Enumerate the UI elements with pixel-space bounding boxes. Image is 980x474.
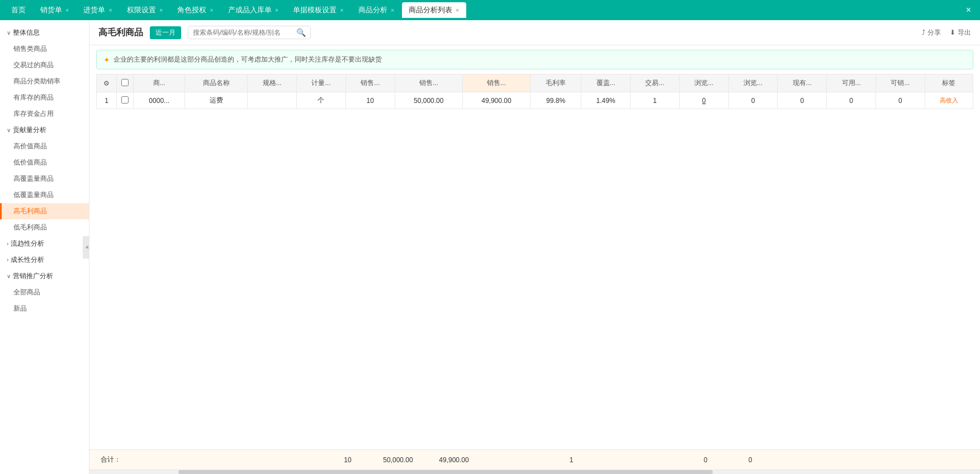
col-spec[interactable]: 规格... bbox=[248, 74, 297, 92]
row-checkbox[interactable] bbox=[117, 92, 134, 109]
nav-tab-home[interactable]: 首页 bbox=[4, 2, 32, 18]
sidebar-item-stock-capital[interactable]: 库存资金占用 bbox=[0, 106, 89, 122]
close-icon[interactable]: × bbox=[456, 7, 459, 13]
col-sales-qty[interactable]: 销售... bbox=[345, 74, 395, 92]
sidebar-item-high-coverage[interactable]: 高覆盖量商品 bbox=[0, 171, 89, 187]
row-spec bbox=[248, 92, 297, 109]
tip-icon: ✦ bbox=[103, 55, 110, 64]
search-box: 🔍 bbox=[188, 26, 311, 39]
sidebar-section-marketing[interactable]: ∨ 营销推广分析 bbox=[0, 268, 89, 284]
row-code: 0000... bbox=[134, 92, 185, 109]
row-browse2: 0 bbox=[728, 92, 778, 109]
nav-tab-permissions[interactable]: 权限设置 × bbox=[120, 2, 169, 18]
nav-tab-template[interactable]: 单据模板设置 × bbox=[286, 2, 350, 18]
sidebar-section-contribution[interactable]: ∨ 贡献量分析 bbox=[0, 122, 89, 138]
close-icon[interactable]: × bbox=[159, 7, 163, 13]
sidebar-item-category-rate[interactable]: 商品分类助销率 bbox=[0, 73, 89, 90]
nav-tab-sales[interactable]: 销货单 × bbox=[34, 2, 75, 18]
col-unit[interactable]: 计量... bbox=[297, 74, 346, 92]
sidebar-item-new-products[interactable]: 新品 bbox=[0, 301, 89, 317]
footer-totals: 合计： 10 50,000.00 49,900.00 1 0 0 bbox=[89, 449, 980, 470]
sidebar-item-high-margin[interactable]: 高毛利商品 bbox=[0, 203, 89, 219]
share-icon: ⤴ bbox=[922, 29, 925, 36]
close-icon[interactable]: × bbox=[108, 7, 112, 13]
footer-current-stock: 0 bbox=[683, 456, 728, 464]
chevron-down-icon: ∨ bbox=[7, 127, 11, 133]
sidebar-section-growth[interactable]: › 成长性分析 bbox=[0, 252, 89, 268]
sidebar-collapse-button[interactable]: « bbox=[83, 236, 89, 259]
nav-tab-product-analysis-list[interactable]: 商品分析列表 × bbox=[402, 2, 466, 18]
col-sales-amount[interactable]: 销售... bbox=[395, 74, 462, 92]
sidebar-item-stocked-products[interactable]: 有库存的商品 bbox=[0, 90, 89, 106]
close-icon[interactable]: × bbox=[340, 7, 343, 13]
sidebar-item-low-value[interactable]: 低价值商品 bbox=[0, 154, 89, 171]
close-all-tabs-button[interactable]: × bbox=[962, 3, 976, 17]
row-name: 运费 bbox=[185, 92, 248, 109]
nav-tab-product-analysis[interactable]: 商品分析 × bbox=[352, 2, 401, 18]
select-all-checkbox[interactable] bbox=[121, 79, 129, 86]
col-available-stock[interactable]: 可用... bbox=[827, 74, 876, 92]
sidebar-section-trend[interactable]: › 流趋性分析 bbox=[0, 236, 89, 252]
sidebar-item-low-coverage[interactable]: 低覆盖量商品 bbox=[0, 187, 89, 203]
sidebar-item-traded-products[interactable]: 交易过的商品 bbox=[0, 57, 89, 73]
row-tag: 高收入 bbox=[925, 92, 973, 109]
page-title: 高毛利商品 bbox=[98, 27, 143, 39]
sidebar-item-all-products[interactable]: 全部商品 bbox=[0, 284, 89, 301]
col-sellable-stock[interactable]: 可销... bbox=[876, 74, 925, 92]
footer-label: 合计： bbox=[96, 455, 141, 464]
main-layout: ∨ 整体信息 销售类商品 交易过的商品 商品分类助销率 有库存的商品 库存资金占… bbox=[0, 20, 980, 474]
row-trade: 1 bbox=[631, 92, 680, 109]
chevron-down-icon: ∨ bbox=[7, 273, 11, 279]
data-table: ⚙ 商... 商品名称 规格... 计量... 销售... 销售... 销售..… bbox=[96, 74, 973, 109]
sidebar-item-high-value[interactable]: 高价值商品 bbox=[0, 138, 89, 154]
footer-trade: 1 bbox=[549, 456, 594, 464]
col-trade[interactable]: 交易... bbox=[631, 74, 680, 92]
close-icon[interactable]: × bbox=[391, 7, 394, 13]
col-gross-margin[interactable]: 毛利率 bbox=[530, 74, 581, 92]
col-settings[interactable]: ⚙ bbox=[97, 74, 117, 92]
row-sales-amount: 50,000.00 bbox=[395, 92, 462, 109]
footer-available-stock: 0 bbox=[728, 456, 773, 464]
col-sales-profit[interactable]: 销售... bbox=[462, 74, 530, 92]
col-code[interactable]: 商... bbox=[134, 74, 185, 92]
scrollbar-thumb[interactable] bbox=[178, 470, 713, 474]
col-coverage[interactable]: 覆盖... bbox=[581, 74, 631, 92]
close-icon[interactable]: × bbox=[65, 7, 69, 13]
row-browse1[interactable]: 0 bbox=[679, 92, 728, 109]
row-index: 1 bbox=[97, 92, 117, 109]
footer-sales-profit: 49,900.00 bbox=[426, 456, 482, 464]
export-icon: ⬇ bbox=[950, 29, 955, 36]
sidebar-item-sales-products[interactable]: 销售类商品 bbox=[0, 41, 89, 57]
content-area: 高毛利商品 近一月 🔍 ⤴ 分享 ⬇ 导出 ✦ 企业的主要的利润都是这部分商品创… bbox=[89, 20, 980, 474]
search-icon[interactable]: 🔍 bbox=[296, 28, 306, 37]
col-browse2[interactable]: 浏览... bbox=[728, 74, 778, 92]
col-name[interactable]: 商品名称 bbox=[185, 74, 248, 92]
col-current-stock[interactable]: 现有... bbox=[778, 74, 827, 92]
nav-tab-roles[interactable]: 角色授权 × bbox=[171, 2, 220, 18]
row-current-stock: 0 bbox=[778, 92, 827, 109]
nav-tab-finished-goods[interactable]: 产成品入库单 × bbox=[221, 2, 285, 18]
table-wrapper: ⚙ 商... 商品名称 规格... 计量... 销售... 销售... 销售..… bbox=[89, 74, 980, 449]
footer-sales-qty: 10 bbox=[325, 456, 370, 464]
row-sellable-stock: 0 bbox=[876, 92, 925, 109]
col-browse1[interactable]: 浏览... bbox=[679, 74, 728, 92]
header-actions: ⤴ 分享 ⬇ 导出 bbox=[922, 28, 971, 37]
export-button[interactable]: ⬇ 导出 bbox=[950, 28, 971, 37]
sidebar-item-low-margin[interactable]: 低毛利商品 bbox=[0, 219, 89, 236]
nav-tab-purchase[interactable]: 进货单 × bbox=[77, 2, 119, 18]
col-tag[interactable]: 标签 bbox=[925, 74, 973, 92]
search-input[interactable] bbox=[193, 29, 293, 36]
sidebar-section-overall[interactable]: ∨ 整体信息 bbox=[0, 25, 89, 41]
close-icon[interactable]: × bbox=[275, 7, 278, 13]
row-select-checkbox[interactable] bbox=[121, 96, 129, 104]
row-sales-profit: 49,900.00 bbox=[462, 92, 530, 109]
table-header-row: ⚙ 商... 商品名称 规格... 计量... 销售... 销售... 销售..… bbox=[97, 74, 973, 92]
row-available-stock: 0 bbox=[827, 92, 876, 109]
row-sales-qty: 10 bbox=[345, 92, 395, 109]
time-filter-button[interactable]: 近一月 bbox=[150, 26, 181, 39]
bottom-scrollbar[interactable] bbox=[89, 470, 980, 474]
close-icon[interactable]: × bbox=[210, 7, 213, 13]
col-checkbox[interactable] bbox=[117, 74, 134, 92]
row-coverage: 1.49% bbox=[581, 92, 631, 109]
share-button[interactable]: ⤴ 分享 bbox=[922, 28, 941, 37]
